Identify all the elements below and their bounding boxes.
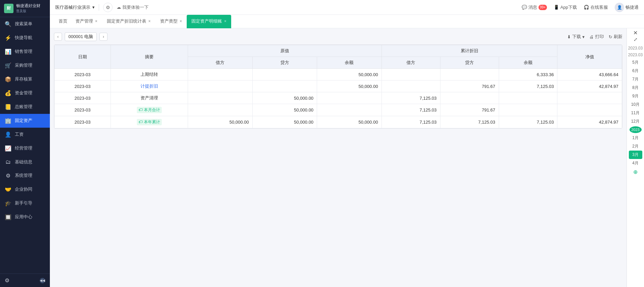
summary-tag: 🏷 本年累计 [137,119,161,125]
panel-month-item[interactable]: 12月 [629,117,642,126]
download-dropdown-icon: ▾ [582,34,585,39]
download-icon: 📱 [554,5,559,10]
panel-month-item[interactable]: 8月 [629,84,642,92]
sidebar-item-guide[interactable]: 🎓 新手引导 [0,196,50,210]
sidebar-collapse-btn[interactable]: ◀◀ [40,278,45,283]
company-selector[interactable]: 医疗器械行业演示 ▾ [55,4,95,10]
refresh-btn[interactable]: ↻ 刷新 [609,34,622,40]
panel-close-btn[interactable]: ✕ [633,30,638,36]
sidebar-item-label: 库存核算 [15,76,32,82]
right-panel: ✕ ⤢ 2023.03 2023.03 5月6月7月8月9月10月11月12月 … [626,28,644,287]
table-row: 2023-03 🏷 本年累计 50,000.00 50,000.00 50,00… [55,116,622,128]
cell-dep-balance: 7,125.03 [499,116,557,128]
cell-dep-balance: 6,333.36 [499,69,557,81]
sidebar-item-purchase[interactable]: 🛒 采购管理 [0,59,50,72]
service-icon: 🎧 [584,5,589,10]
cell-dep-balance: 7,125.03 [499,81,557,92]
asset-nav: ‹ 000001 电脑 › [54,32,108,41]
panel-scroll-down[interactable]: ⊕ [633,169,638,175]
operations-icon: 📈 [5,145,11,152]
panel-month-item[interactable]: 2月 [629,142,642,151]
cell-summary: 🏷 本年累计 [111,116,188,128]
panel-month-item[interactable]: 11月 [629,109,642,117]
cell-net-value: 43,666.64 [557,69,622,81]
cell-orig-balance: 50,000.00 [317,69,382,81]
tab-depreciation-table[interactable]: 固定资产折旧统计表 × [102,15,155,28]
cell-net-value [557,92,622,104]
panel-month-item[interactable]: 4月 [629,159,642,167]
download-btn[interactable]: ⬇ 下载 ▾ [567,34,585,40]
asset-next-btn[interactable]: › [99,33,108,41]
asset-detail-table: 日期 摘要 原值 累计折旧 净值 借方 贷方 余额 借方 贷方 余额 [54,45,622,128]
sidebar-item-label: 搜索菜单 [15,21,32,27]
experience-btn[interactable]: ☁ 我要体验一下 [117,4,149,10]
cell-dep-balance [499,92,557,104]
sidebar-item-basic-info[interactable]: 🗂 基础信息 [0,155,50,169]
ledger-icon: 📒 [5,104,11,110]
sidebar-item-sales[interactable]: 📊 销售管理 [0,45,50,59]
sidebar-item-app-center[interactable]: 🔲 应用中心 [0,210,50,224]
panel-month-item[interactable]: 6月 [629,67,642,75]
summary-text[interactable]: 计提折旧 [141,84,158,89]
panel-month-item[interactable]: 1月 [629,134,642,142]
message-btn[interactable]: 💬 消息 99+ [522,4,547,10]
sidebar-item-inventory[interactable]: 📦 库存核算 [0,72,50,86]
panel-month-item[interactable]: 3月 [629,151,642,159]
panel-month-item[interactable]: 7月 [629,75,642,84]
sidebar-item-search[interactable]: 🔍 搜索菜单 [0,17,50,31]
sidebar-item-coop[interactable]: 🤝 企业协同 [0,183,50,196]
cell-date: 2023-03 [55,116,111,128]
basicinfo-icon: 🗂 [5,159,11,165]
tab-asset-type[interactable]: 资产类型 × [155,15,187,28]
tab-asset-detail[interactable]: 固定资产明细账 × [187,15,231,28]
settings-gear-icon[interactable]: ⚙ [5,277,9,284]
sidebar-item-fixed-assets[interactable]: 🏢 固定资产 [0,114,50,128]
panel-month-item[interactable]: 5月 [629,58,642,67]
tab-asset-mgmt-close[interactable]: × [95,19,97,24]
cell-orig-debit [188,69,253,81]
cell-date: 2023-03 [55,69,111,81]
tab-asset-type-close[interactable]: × [180,19,182,24]
message-icon: 💬 [522,5,527,10]
inventory-icon: 📦 [5,76,11,83]
company-dropdown-icon: ▾ [92,5,95,10]
sidebar-item-payroll[interactable]: 👤 工资 [0,128,50,141]
tab-asset-detail-close[interactable]: × [224,19,226,24]
panel-month-item[interactable]: 9月 [629,92,642,100]
tabs-bar: 首页 资产管理 × 固定资产折旧统计表 × 资产类型 × 固定资产明细账 × [50,15,644,28]
tab-depreciation-close[interactable]: × [148,19,151,24]
assets-icon: 🏢 [5,118,11,124]
sidebar-item-operations[interactable]: 📈 经营管理 [0,141,50,155]
service-btn[interactable]: 🎧 在线客服 [584,4,608,10]
sidebar-item-quicknav[interactable]: ⚡ 快捷导航 [0,31,50,45]
sidebar-nav: 🔍 搜索菜单 ⚡ 快捷导航 📊 销售管理 🛒 采购管理 📦 库存核算 💰 资金管… [0,17,50,274]
cell-net-value [557,104,622,116]
app-download-btn[interactable]: 📱 App下载 [554,4,577,10]
asset-prev-btn[interactable]: ‹ [54,33,62,41]
download-label: 下载 [572,34,581,40]
download-icon: ⬇ [567,34,571,39]
sales-icon: 📊 [5,49,11,55]
cell-summary: 🏷 本月合计 [111,104,188,116]
sidebar-item-label: 快捷导航 [15,35,32,41]
cell-orig-balance: 50,000.00 [317,81,382,92]
print-btn[interactable]: 🖨 打印 [589,34,604,40]
message-badge: 99+ [539,5,547,10]
tab-asset-mgmt[interactable]: 资产管理 × [71,15,102,28]
sidebar-item-funds[interactable]: 💰 资金管理 [0,86,50,100]
sidebar-item-ledger[interactable]: 📒 总账管理 [0,100,50,114]
cell-date: 2023-03 [55,104,111,116]
cell-dep-credit: 791.67 [440,81,499,92]
user-btn[interactable]: 👤 畅捷通 [615,3,639,12]
asset-code-label: 000001 电脑 [65,32,97,41]
panel-expand-btn[interactable]: ⤢ [634,37,638,42]
avatar: 👤 [615,3,624,12]
tab-home[interactable]: 首页 [55,15,71,28]
panel-month-item[interactable]: 10月 [629,100,642,109]
cell-dep-credit [440,69,499,81]
cell-orig-credit [252,69,317,81]
sidebar-item-label: 总账管理 [15,104,32,110]
topbar-settings-btn[interactable]: ⚙ [103,3,113,12]
sidebar-item-system[interactable]: ⚙ 系统管理 [0,169,50,183]
cell-dep-balance [499,104,557,116]
